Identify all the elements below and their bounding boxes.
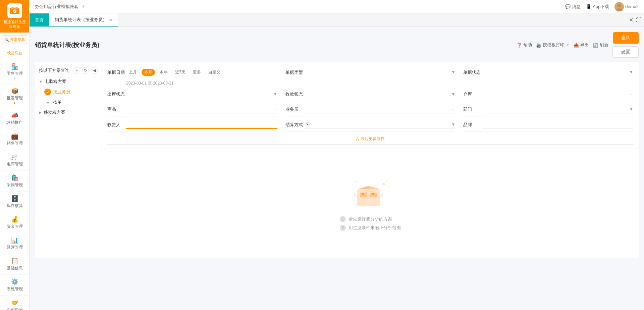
filter-warehouse-control: ··· bbox=[482, 90, 633, 98]
collapse-icon: ⋀ bbox=[356, 137, 359, 141]
svg-rect-1 bbox=[11, 7, 14, 9]
sidebar-item-system[interactable]: ⚙️ 系统管理 bbox=[0, 275, 29, 296]
sidebar-item-basic[interactable]: 📋 基础信息 bbox=[0, 254, 29, 275]
sidebar: 畅捷通好生意 标准版 🔍 搜索菜单 快捷导航 🏪 零售管理 ▼ 📦 批发管理 ▲… bbox=[0, 0, 30, 310]
help-button[interactable]: ❓ 帮助 bbox=[517, 42, 532, 48]
page-actions: ❓ 帮助 🖨️ 按模板打印 ▼ 📤 导出 🔄 刷新 bbox=[517, 32, 639, 58]
breadcrumb-text: 办公用品行业模拟账套 bbox=[35, 4, 78, 10]
scheme-active-icon bbox=[44, 89, 51, 95]
brand-input[interactable]: ··· bbox=[482, 121, 633, 129]
receive-status-chevron-icon: ▼ bbox=[451, 92, 455, 97]
sidebar-item-cooperation[interactable]: 🤝 企业协同 bbox=[0, 296, 29, 310]
filter-dept: 部门 ▼ bbox=[463, 103, 633, 116]
sidebar-item-finance[interactable]: 💰 资金管理 bbox=[0, 212, 29, 233]
settlement-tag-close[interactable]: × bbox=[306, 122, 309, 127]
app-download-action[interactable]: 📱 App下载 bbox=[586, 4, 609, 10]
collapse-panel-button[interactable]: ◀ bbox=[91, 67, 98, 74]
user-action[interactable]: demo2 bbox=[614, 2, 639, 11]
tab-home-label: 首页 bbox=[35, 17, 44, 23]
print-label: 按模板打印 bbox=[543, 42, 565, 48]
svg-rect-8 bbox=[357, 189, 380, 206]
filter-receive-status: 收款状态 ▼ bbox=[285, 88, 455, 101]
date-7days-btn[interactable]: 近7天 bbox=[172, 69, 188, 76]
collapse-more-conditions[interactable]: ⋀ 收起更多条件 bbox=[107, 133, 633, 145]
order-status-select[interactable]: ▼ bbox=[482, 68, 633, 76]
sidebar-item-operations-label: 经营管理 bbox=[7, 245, 23, 250]
scheme-by-staff[interactable]: 按业务员 bbox=[35, 87, 102, 97]
date-prev-month-btn[interactable]: 上月 bbox=[126, 69, 140, 76]
order-type-select[interactable]: ▼ bbox=[304, 68, 455, 76]
out-status-select[interactable]: ▼ bbox=[126, 91, 277, 98]
tab-close-all-icon[interactable]: ✕ bbox=[629, 17, 633, 23]
goods-input[interactable]: ··· bbox=[126, 105, 277, 113]
sidebar-item-cooperation-label: 企业协同 bbox=[7, 307, 23, 310]
help-icon: ❓ bbox=[517, 43, 522, 48]
dept-select[interactable]: ▼ bbox=[482, 106, 633, 113]
warehouse-input[interactable]: ··· bbox=[482, 90, 633, 98]
filter-out-status: 出库状态 ▼ bbox=[107, 88, 277, 101]
filter-date-label: 单据日期 bbox=[107, 69, 126, 75]
add-scheme-button[interactable]: + bbox=[73, 67, 80, 74]
filter-order-type-control: ▼ bbox=[304, 68, 455, 76]
date-curr-month-btn[interactable]: 本月 bbox=[142, 69, 155, 76]
sidebar-item-purchase[interactable]: 🛍️ 采购管理 bbox=[0, 171, 29, 192]
sidebar-item-sales[interactable]: 💼 销售管理 bbox=[0, 129, 29, 150]
finance-icon: 💰 bbox=[11, 216, 18, 223]
empty-illustration bbox=[350, 176, 390, 209]
sidebar-item-wholesale-label: 批发管理 bbox=[7, 95, 23, 101]
refresh-icon: 🔄 bbox=[593, 43, 598, 48]
settlement-tag: × bbox=[304, 122, 311, 127]
message-action[interactable]: 💬 消息 bbox=[565, 4, 581, 10]
section-pc-expand-icon: ▼ bbox=[39, 80, 43, 84]
filter-consignee: 收货人 ··· bbox=[107, 118, 277, 132]
refresh-button[interactable]: 🔄 刷新 bbox=[593, 42, 608, 48]
filter-warehouse: 仓库 ··· bbox=[463, 88, 633, 101]
settlement-select[interactable]: × ▼ bbox=[304, 120, 455, 129]
filter-date-control: 上月 本月 本年 近7天 更多 自定义 bbox=[126, 69, 277, 76]
filter-dept-label: 部门 bbox=[463, 106, 482, 112]
settlement-chevron-icon: ▼ bbox=[451, 122, 455, 127]
logo-icon bbox=[7, 3, 22, 18]
header-actions: 💬 消息 📱 App下载 demo2 bbox=[565, 2, 639, 11]
date-more-btn[interactable]: 更多 bbox=[190, 69, 204, 76]
date-custom-btn[interactable]: 自定义 bbox=[206, 69, 223, 76]
chevron-down-icon: ▼ bbox=[13, 76, 16, 80]
query-button[interactable]: 查询 bbox=[613, 32, 639, 44]
sidebar-item-marketing[interactable]: 📣 营销推广 bbox=[0, 108, 29, 129]
tab-close-icon[interactable]: × bbox=[110, 17, 112, 22]
scheme-by-order[interactable]: ≡ 按单 bbox=[35, 97, 102, 107]
sidebar-item-inventory-label: 库存核算 bbox=[7, 203, 23, 209]
sidebar-item-ecommerce[interactable]: 🛒 电商管理 bbox=[0, 150, 29, 171]
chevron-up-icon: ▲ bbox=[13, 101, 16, 105]
tab-home[interactable]: 首页 bbox=[30, 13, 49, 27]
tab-expand-icon[interactable]: ⛶ bbox=[636, 17, 641, 23]
content-area: 销货单统计表(按业务员) ❓ 帮助 🖨️ 按模板打印 ▼ 📤 导出 bbox=[30, 27, 644, 310]
settings-button[interactable]: 设置 bbox=[612, 46, 639, 58]
filter-out-status-control: ▼ bbox=[126, 91, 277, 98]
date-curr-year-btn[interactable]: 本年 bbox=[157, 69, 170, 76]
tab-sales-stat[interactable]: 销货单统计表（按业务员） × bbox=[49, 13, 118, 27]
tip-text-2: 用过滤条件来缩小分析范围 bbox=[348, 225, 401, 231]
quick-nav-button[interactable]: 快捷导航 bbox=[0, 49, 29, 58]
collapse-label: 收起更多条件 bbox=[361, 136, 385, 142]
print-button[interactable]: 🖨️ 按模板打印 ▼ bbox=[536, 42, 570, 48]
sidebar-item-inventory[interactable]: 🗄️ 库存核算 bbox=[0, 192, 29, 212]
search-menu-button[interactable]: 🔍 搜索菜单 bbox=[2, 35, 27, 44]
export-button[interactable]: 📤 导出 bbox=[574, 42, 589, 48]
filter-out-status-label: 出库状态 bbox=[107, 91, 126, 97]
sidebar-group-retail: 🏪 零售管理 ▼ bbox=[0, 59, 29, 84]
filter-consignee-control: ··· bbox=[126, 120, 277, 129]
sidebar-search-section: 🔍 搜索菜单 bbox=[0, 33, 29, 47]
staff-dots-icon: ··· bbox=[449, 107, 455, 112]
right-panel: 单据日期 上月 本月 本年 近7天 更多 自定义 bbox=[102, 62, 639, 258]
export-label: 导出 bbox=[580, 42, 589, 48]
refresh-scheme-button[interactable]: ⟳ bbox=[82, 67, 89, 74]
sidebar-item-retail[interactable]: 🏪 零售管理 ▼ bbox=[0, 59, 29, 84]
staff-input[interactable]: ··· bbox=[304, 105, 455, 113]
brand-dots-icon: ··· bbox=[627, 122, 633, 127]
sidebar-item-wholesale[interactable]: 📦 批发管理 ▲ bbox=[0, 84, 29, 108]
sidebar-item-operations[interactable]: 📊 经营管理 bbox=[0, 233, 29, 254]
basic-icon: 📋 bbox=[11, 257, 18, 265]
consignee-input[interactable]: ··· bbox=[126, 120, 277, 129]
receive-status-select[interactable]: ▼ bbox=[304, 91, 455, 98]
